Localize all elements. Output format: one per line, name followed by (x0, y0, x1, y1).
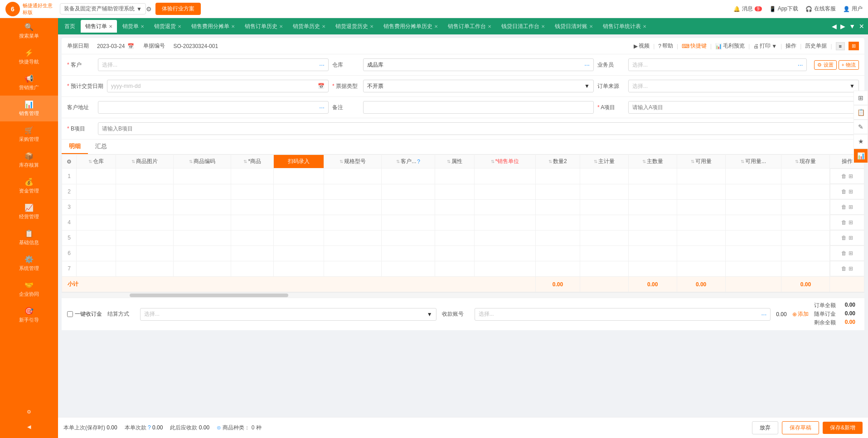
cell-4-2[interactable] (173, 215, 231, 230)
warehouse-dots-icon[interactable]: ··· (584, 61, 590, 68)
cell-7-9[interactable] (536, 261, 580, 277)
tab-close-sales-order-history[interactable]: ✕ (279, 24, 283, 29)
cell-2-9[interactable] (536, 184, 580, 199)
cell-4-1[interactable] (116, 215, 173, 230)
sidebar-item-purchase[interactable]: 🛒采购管理 (0, 121, 58, 147)
cell-6-10[interactable] (580, 245, 628, 261)
cell-5-10[interactable] (580, 230, 628, 245)
cell-5-12[interactable] (677, 230, 725, 245)
invoice-type-select[interactable]: 不开票 ▼ (363, 80, 594, 92)
sidebar-item-sales[interactable]: 📊销售管理 (0, 96, 58, 121)
cell-6-12[interactable] (677, 245, 725, 261)
cell-6-7[interactable] (435, 245, 475, 261)
cell-3-6[interactable] (382, 199, 435, 215)
cell-7-11[interactable] (628, 261, 677, 277)
tab-sales-expense-split[interactable]: 销售费用分摊单✕ (187, 20, 239, 33)
cell-4-12[interactable] (677, 215, 725, 230)
table-view-btn[interactable]: ⊞ (849, 42, 859, 50)
form-settings-btn[interactable]: ⚙ 设置 (814, 60, 836, 70)
cell-4-7[interactable] (435, 215, 475, 230)
row-delete-4[interactable]: 🗑 (841, 219, 847, 226)
right-tool-clipboard[interactable]: 📋 (853, 105, 868, 120)
sidebar-item-marketing[interactable]: 📢营销推广 (0, 70, 58, 96)
save-new-btn[interactable]: 保存&新增 (823, 422, 863, 434)
a-project-input[interactable] (628, 101, 859, 114)
app-download-item[interactable]: 📱 App下载 (769, 5, 798, 13)
th-scan-input[interactable]: 扫码录入 (274, 155, 324, 168)
tab-close-sales-order[interactable]: ✕ (109, 24, 112, 29)
cell-3-3[interactable] (231, 199, 274, 215)
cell-4-14[interactable] (781, 215, 830, 230)
cell-7-3[interactable] (231, 261, 274, 277)
cell-4-5[interactable] (324, 215, 381, 230)
sidebar-item-guide[interactable]: 🎯新手引导 (0, 302, 58, 328)
cell-3-11[interactable] (628, 199, 677, 215)
cell-5-0[interactable] (77, 230, 116, 245)
cell-6-14[interactable] (781, 245, 830, 261)
tab-close-sales-refund-history[interactable]: ✕ (370, 24, 373, 29)
cell-7-12[interactable] (677, 261, 725, 277)
b-project-input[interactable] (98, 122, 859, 135)
customer-dots-icon[interactable]: ··· (319, 61, 325, 68)
cell-3-1[interactable] (116, 199, 173, 215)
cell-7-7[interactable] (435, 261, 475, 277)
cell-6-1[interactable] (116, 245, 173, 261)
cell-2-13[interactable] (725, 184, 781, 199)
cell-1-12[interactable] (677, 168, 725, 184)
cell-5-4[interactable] (274, 230, 324, 245)
sidebar-item-inventory[interactable]: 📦库存核算 (0, 147, 58, 173)
tab-close-all-btn[interactable]: ✕ (857, 22, 866, 31)
cell-2-8[interactable] (474, 184, 535, 199)
row-delete-2[interactable]: 🗑 (841, 188, 847, 195)
right-tool-edit[interactable]: ✎ (853, 120, 868, 134)
tab-sales-return-history[interactable]: 销货单历史✕ (288, 20, 330, 33)
cell-1-2[interactable] (173, 168, 231, 184)
cell-2-3[interactable] (231, 184, 274, 199)
th-settings[interactable]: ⚙ (62, 155, 77, 168)
payment-method-select[interactable]: 选择... ▼ (140, 308, 436, 321)
address-dots-icon[interactable]: ··· (319, 104, 325, 111)
cell-4-8[interactable] (474, 215, 535, 230)
cell-2-14[interactable] (781, 184, 830, 199)
cell-3-7[interactable] (435, 199, 475, 215)
cell-5-7[interactable] (435, 230, 475, 245)
online-support-item[interactable]: 🎧 在线客服 (805, 5, 836, 13)
view-link[interactable]: ▶ 视频 (634, 42, 650, 50)
cell-6-4[interactable] (274, 245, 324, 261)
cell-1-0[interactable] (77, 168, 116, 184)
row-copy-2[interactable]: ⊞ (849, 188, 853, 195)
account-dots-icon[interactable]: ··· (761, 311, 767, 318)
cell-3-4[interactable] (274, 199, 324, 215)
right-tool-orange[interactable]: 📊 (853, 149, 868, 163)
right-tool-grid[interactable]: ⊞ (853, 91, 868, 105)
cell-6-9[interactable] (536, 245, 580, 261)
tab-close-expense-split-history[interactable]: ✕ (434, 24, 438, 29)
cell-3-10[interactable] (580, 199, 628, 215)
tab-next-btn[interactable]: ▶ (839, 22, 847, 31)
table-scrollbar[interactable] (62, 292, 864, 298)
cell-2-11[interactable] (628, 184, 677, 199)
tab-close-sales-stats[interactable]: ✕ (643, 24, 646, 29)
cell-3-14[interactable] (781, 199, 830, 215)
cell-4-3[interactable] (231, 215, 274, 230)
cell-6-2[interactable] (173, 245, 231, 261)
cell-3-0[interactable] (77, 199, 116, 215)
cell-2-12[interactable] (677, 184, 725, 199)
cell-5-6[interactable] (382, 230, 435, 245)
cell-2-4[interactable] (274, 184, 324, 199)
tab-sales-order-workbench[interactable]: 销售订单工作台✕ (443, 20, 496, 33)
cell-7-14[interactable] (781, 261, 830, 277)
tab-sales-order-history[interactable]: 销售订单历史✕ (240, 20, 287, 33)
tab-close-sales-return-history[interactable]: ✕ (322, 24, 325, 29)
cell-3-12[interactable] (677, 199, 725, 215)
sidebar-item-enterprise[interactable]: 🤝企业协同 (0, 276, 58, 302)
cell-3-8[interactable] (474, 199, 535, 215)
cell-3-2[interactable] (173, 199, 231, 215)
customer-address-input[interactable]: ··· (98, 101, 329, 114)
tab-home[interactable]: 首页 (60, 20, 80, 33)
history-link[interactable]: 历史单据 (805, 42, 827, 50)
settings-icon[interactable]: ⚙ (146, 5, 152, 13)
tab-sales-return[interactable]: 销货单✕ (118, 20, 149, 33)
cell-4-13[interactable] (725, 215, 781, 230)
shortcut-link[interactable]: ⌨ 快捷键 (682, 42, 707, 50)
